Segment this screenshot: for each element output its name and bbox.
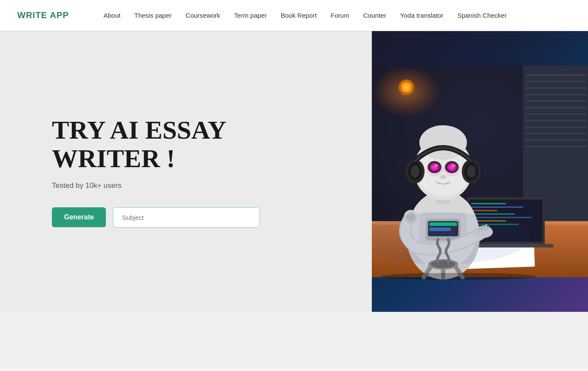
svg-rect-27	[471, 210, 497, 211]
generate-button[interactable]: Generate	[52, 207, 106, 227]
nav-item-forum[interactable]: Forum	[331, 12, 349, 19]
nav-item-about[interactable]: About	[103, 12, 120, 19]
svg-point-58	[440, 175, 447, 179]
svg-point-64	[380, 273, 536, 280]
svg-rect-5	[525, 87, 586, 89]
hero-actions: Generate	[52, 207, 268, 228]
svg-rect-6	[525, 94, 586, 95]
main-nav: About Thesis paper Coursework Term paper…	[103, 12, 507, 19]
svg-point-56	[426, 162, 443, 176]
svg-rect-8	[525, 107, 586, 108]
hero-subtitle: Tested by 10k+ users	[52, 181, 268, 190]
nav-item-spanish-checker[interactable]: Spanish Checker	[457, 12, 507, 19]
hero-section: TRY AI ESSAY WRITER ! Tested by 10k+ use…	[0, 31, 588, 312]
nav-item-coursework[interactable]: Coursework	[185, 12, 220, 19]
hero-image	[372, 31, 588, 312]
nav-item-thesis-paper[interactable]: Thesis paper	[134, 12, 172, 19]
svg-rect-25	[471, 203, 506, 204]
hero-title: TRY AI ESSAY WRITER !	[52, 116, 268, 173]
brand-logo[interactable]: WRITE APP	[17, 10, 69, 20]
svg-rect-28	[471, 213, 514, 215]
svg-rect-26	[471, 206, 523, 208]
svg-rect-3	[525, 74, 586, 76]
below-hero-section	[0, 312, 588, 368]
nav-item-book-report[interactable]: Book Report	[281, 12, 316, 19]
svg-point-49	[467, 165, 476, 178]
nav-item-term-paper[interactable]: Term paper	[234, 12, 267, 19]
hero-title-line2: WRITER !	[52, 144, 175, 173]
svg-point-57	[443, 162, 460, 176]
hero-title-line1: TRY AI ESSAY	[52, 116, 227, 144]
svg-rect-14	[525, 146, 586, 147]
svg-point-46	[411, 165, 419, 178]
svg-point-18	[404, 85, 409, 90]
svg-rect-4	[525, 81, 586, 82]
svg-rect-9	[525, 113, 586, 115]
svg-rect-12	[525, 133, 586, 134]
hero-image-container	[372, 31, 588, 312]
nav-item-counter[interactable]: Counter	[363, 12, 386, 19]
svg-rect-7	[525, 100, 586, 102]
hero-content: TRY AI ESSAY WRITER ! Tested by 10k+ use…	[52, 116, 268, 228]
svg-rect-10	[525, 120, 586, 121]
header: WRITE APP About Thesis paper Coursework …	[0, 0, 588, 31]
subject-input[interactable]	[113, 207, 260, 228]
svg-rect-13	[525, 139, 586, 141]
nav-item-yoda-translator[interactable]: Yoda translator	[400, 12, 443, 19]
svg-rect-11	[525, 126, 586, 128]
